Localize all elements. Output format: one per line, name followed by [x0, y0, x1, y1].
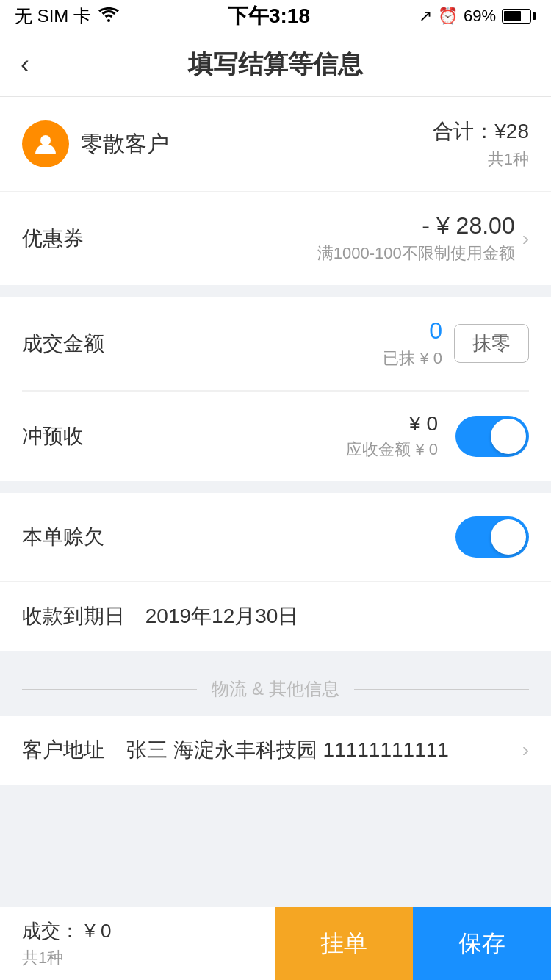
- status-bar-time: 下午3:18: [228, 2, 310, 30]
- debt-label: 本单赊欠: [22, 523, 104, 551]
- prereceive-sub: 应收金额 ¥ 0: [346, 439, 438, 461]
- transaction-amount-sub: 已抹 ¥ 0: [383, 347, 442, 370]
- status-bar: 无 SIM 卡 下午3:18 ↗ ⏰ 69%: [0, 0, 551, 32]
- bottom-count: 共1种: [22, 947, 253, 969]
- svg-point-0: [40, 135, 51, 145]
- customer-left: 零散客户: [22, 120, 169, 167]
- amount-section: 成交金额 0 已抹 ¥ 0 抹零 冲预收 ¥ 0 应收金额 ¥ 0: [0, 297, 551, 481]
- debt-row: 本单赊欠: [0, 493, 551, 581]
- debt-toggle-knob: [491, 519, 526, 555]
- bottom-summary: 成交： ¥ 0 共1种: [0, 918, 275, 969]
- logistics-divider: 物流 & 其他信息: [0, 663, 551, 716]
- transaction-amount-label: 成交金额: [22, 330, 104, 358]
- customer-right: 合计：¥28 共1种: [433, 118, 529, 170]
- customer-avatar: [22, 120, 69, 167]
- logistics-line-right: [354, 689, 529, 690]
- main-content: 零散客户 合计：¥28 共1种 优惠券 - ¥ 28.00 满1000-100不…: [0, 97, 551, 884]
- bottom-bar: 成交： ¥ 0 共1种 挂单 保存: [0, 907, 551, 980]
- wifi-icon: [98, 6, 119, 26]
- battery-percent: 69%: [464, 7, 496, 26]
- alarm-icon: ⏰: [438, 7, 458, 26]
- coupon-label: 优惠券: [22, 225, 84, 253]
- carrier-label: 无 SIM 卡: [15, 4, 91, 28]
- prereceive-main: ¥ 0: [346, 412, 438, 436]
- coupon-chevron-icon: ›: [522, 227, 529, 251]
- customer-count: 共1种: [433, 148, 529, 170]
- status-bar-left: 无 SIM 卡: [15, 4, 119, 28]
- location-icon: ↗: [419, 7, 432, 26]
- logistics-line-left: [22, 689, 197, 690]
- address-section: 客户地址 张三 海淀永丰科技园 11111111111 ›: [0, 716, 551, 785]
- prereceive-row: 冲预收 ¥ 0 应收金额 ¥ 0: [22, 391, 529, 481]
- transaction-amount-value: 0: [383, 317, 442, 345]
- logistics-text: 物流 & 其他信息: [197, 677, 353, 701]
- battery-icon: [502, 9, 536, 24]
- toggle-knob: [491, 419, 526, 454]
- coupon-right: - ¥ 28.00 满1000-100不限制使用金额 ›: [317, 212, 529, 264]
- bottom-transaction-value: ¥ 0: [84, 920, 111, 942]
- duedate-row: 收款到期日 2019年12月30日: [0, 581, 551, 651]
- address-chevron-icon: ›: [522, 738, 529, 762]
- coupon-amount: - ¥ 28.00: [317, 212, 515, 239]
- logistics-section: 物流 & 其他信息: [0, 663, 551, 716]
- address-label: 客户地址: [22, 736, 104, 764]
- round-zero-button[interactable]: 抹零: [454, 324, 529, 363]
- debt-section: 本单赊欠 收款到期日 2019年12月30日: [0, 493, 551, 651]
- duedate-value: 2019年12月30日: [145, 605, 299, 627]
- bottom-spacer: [0, 796, 551, 884]
- status-bar-right: ↗ ⏰ 69%: [419, 7, 536, 26]
- nav-bar: ‹ 填写结算等信息: [0, 32, 551, 97]
- debt-toggle[interactable]: [455, 516, 529, 558]
- prereceive-label: 冲预收: [22, 422, 84, 450]
- transaction-amount-row: 成交金额 0 已抹 ¥ 0 抹零: [22, 297, 529, 391]
- customer-total: 合计：¥28: [433, 118, 529, 145]
- transaction-amount-right: 0 已抹 ¥ 0 抹零: [383, 317, 529, 370]
- save-button[interactable]: 保存: [413, 907, 551, 981]
- coupon-desc: 满1000-100不限制使用金额: [317, 242, 515, 264]
- bottom-transaction: 成交： ¥ 0: [22, 918, 253, 944]
- coupon-row[interactable]: 优惠券 - ¥ 28.00 满1000-100不限制使用金额 ›: [0, 191, 551, 285]
- duedate-label: 收款到期日 2019年12月30日: [22, 605, 298, 627]
- customer-section: 零散客户 合计：¥28 共1种 优惠券 - ¥ 28.00 满1000-100不…: [0, 97, 551, 285]
- prereceive-toggle[interactable]: [455, 416, 529, 457]
- address-row[interactable]: 客户地址 张三 海淀永丰科技园 11111111111 ›: [0, 716, 551, 785]
- page-title: 填写结算等信息: [188, 48, 363, 82]
- customer-row: 零散客户 合计：¥28 共1种: [0, 97, 551, 191]
- prereceive-right: ¥ 0 应收金额 ¥ 0: [346, 412, 529, 461]
- address-value: 张三 海淀永丰科技园 11111111111: [126, 736, 515, 764]
- customer-name: 零散客户: [81, 129, 169, 159]
- back-button[interactable]: ‹: [21, 49, 29, 80]
- hang-order-button[interactable]: 挂单: [275, 907, 413, 981]
